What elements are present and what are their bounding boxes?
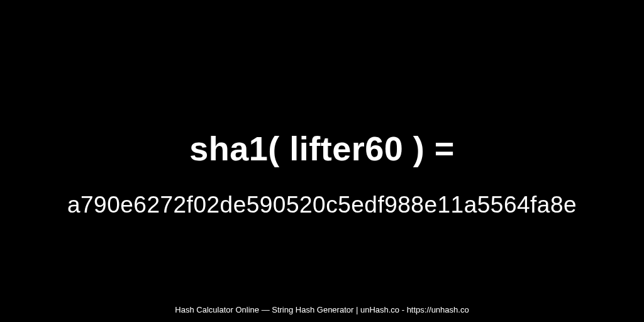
hash-expression: sha1( lifter60 ) =: [189, 129, 455, 168]
footer-text: Hash Calculator Online — String Hash Gen…: [0, 305, 644, 314]
hash-display: sha1( lifter60 ) = a790e6272f02de590520c…: [67, 0, 577, 322]
hash-result: a790e6272f02de590520c5edf988e11a5564fa8e: [67, 192, 577, 218]
